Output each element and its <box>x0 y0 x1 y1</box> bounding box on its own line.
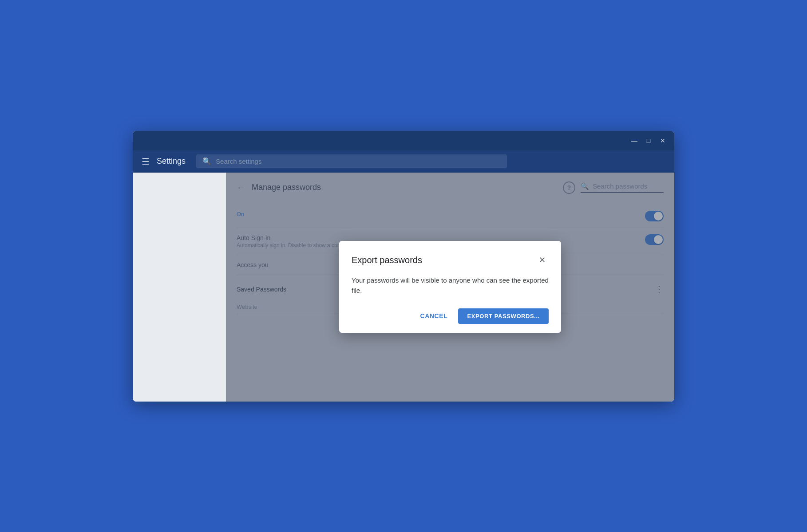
settings-header: ☰ Settings 🔍 <box>133 150 674 173</box>
sidebar <box>133 173 226 402</box>
export-passwords-dialog: Export passwords ✕ Your passwords will b… <box>339 241 561 333</box>
export-passwords-button[interactable]: EXPORT PASSWORDS... <box>458 308 549 324</box>
main-content: ← Manage passwords ? 🔍 On <box>133 173 674 402</box>
window-controls: — □ ✕ <box>628 134 669 147</box>
minimize-button[interactable]: — <box>628 134 641 147</box>
settings-title: Settings <box>157 157 186 166</box>
cancel-button[interactable]: CANCEL <box>413 308 455 324</box>
hamburger-icon[interactable]: ☰ <box>142 156 150 167</box>
dialog-close-button[interactable]: ✕ <box>535 253 549 267</box>
maximize-button[interactable]: □ <box>642 134 655 147</box>
dialog-overlay: Export passwords ✕ Your passwords will b… <box>226 173 674 402</box>
content-panel: ← Manage passwords ? 🔍 On <box>226 173 674 402</box>
dialog-actions: CANCEL EXPORT PASSWORDS... <box>352 308 549 324</box>
dialog-body: Your passwords will be visible to anyone… <box>352 276 549 296</box>
dialog-title: Export passwords <box>352 255 422 265</box>
settings-search-input[interactable] <box>216 158 501 165</box>
dialog-header: Export passwords ✕ <box>352 253 549 267</box>
close-window-button[interactable]: ✕ <box>657 134 669 147</box>
title-bar: — □ ✕ <box>133 131 674 150</box>
search-icon: 🔍 <box>202 157 211 166</box>
settings-search-bar: 🔍 <box>196 154 507 168</box>
browser-window: — □ ✕ ☰ Settings 🔍 ← Manage passwords ? … <box>133 131 674 402</box>
